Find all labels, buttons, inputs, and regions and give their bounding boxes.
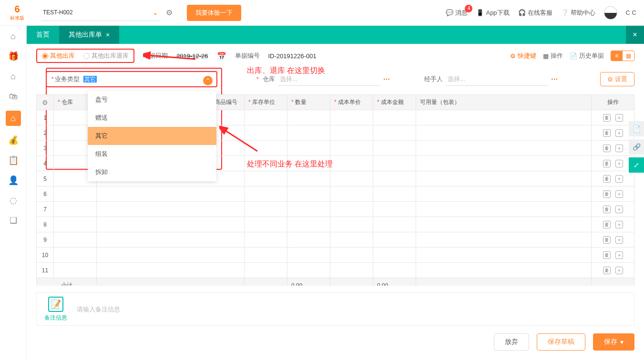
avatar[interactable] [604, 6, 617, 20]
expand-panel-icon[interactable]: ⤢ [629, 157, 644, 173]
delete-icon[interactable]: 🗑 [603, 251, 611, 259]
radio-outbound[interactable]: 其他出库 [42, 52, 75, 60]
doc-no-label: 单据编号 [235, 52, 260, 60]
discard-button[interactable]: 放弃 [494, 333, 529, 351]
calendar-icon[interactable]: 📅 [217, 52, 226, 61]
close-icon[interactable]: × [106, 31, 110, 39]
nav-contact-icon[interactable]: 👤 [8, 175, 19, 186]
close-all-tabs[interactable]: × [626, 26, 644, 44]
more-icon[interactable]: ⋯ [551, 75, 558, 83]
top-header: 6 标准版 TEST-H002 ⌄ ⚙ 我要体验一下 💬 消息 4 📱 App下… [0, 0, 644, 26]
table-row[interactable]: 11🗑＋ [37, 263, 634, 278]
business-type-field[interactable]: * 业务类型 其它 ⌃ [46, 71, 217, 87]
link-panel-icon[interactable]: 🔗 [629, 139, 644, 155]
handler-input[interactable] [446, 72, 548, 86]
outbound-type-radio-group: 其他出库 其他出库退库 [36, 49, 134, 63]
dropdown-item[interactable]: 赠送 [88, 109, 216, 127]
app-download-link[interactable]: 📱 App下载 [476, 9, 509, 17]
table-row[interactable]: 8🗑＋ [37, 217, 634, 232]
warehouse-input[interactable] [278, 72, 380, 86]
delete-icon[interactable]: 🗑 [603, 145, 611, 152]
service-link[interactable]: 🎧 在线客服 [518, 9, 552, 17]
save-button[interactable]: 保存 ▾ [593, 333, 634, 351]
add-row-icon[interactable]: ＋ [615, 251, 623, 259]
table-row[interactable]: 7🗑＋ [37, 202, 634, 217]
history-link[interactable]: 📄历史单据 [570, 52, 604, 60]
add-row-icon[interactable]: ＋ [615, 206, 623, 213]
view-grid-icon[interactable]: ▦ [623, 51, 634, 61]
delete-icon[interactable]: 🗑 [603, 267, 611, 274]
row-index: 9 [37, 232, 54, 248]
dropdown-item[interactable]: 盘亏 [88, 91, 216, 109]
row-index: 7 [37, 202, 54, 217]
phone-icon: 📱 [476, 9, 484, 16]
row-index: 6 [37, 186, 54, 202]
subtotal-qty: 0.00 [287, 278, 330, 286]
table-row[interactable]: 6🗑＋ [37, 186, 634, 202]
operate-link[interactable]: ▦操作 [543, 52, 563, 60]
gear-icon: ⚙ [510, 52, 516, 60]
delete-icon[interactable]: 🗑 [603, 206, 611, 213]
headset-icon: 🎧 [518, 9, 526, 16]
doc-date-value[interactable]: 2019-12-26 [176, 52, 208, 60]
try-button[interactable]: 我要体验一下 [187, 5, 241, 21]
add-row-icon[interactable]: ＋ [615, 267, 623, 274]
delete-icon[interactable]: 🗑 [603, 175, 611, 183]
table-settings-icon[interactable]: ⚙ [37, 95, 54, 110]
dropdown-item[interactable]: 拆卸 [88, 163, 216, 181]
table-row[interactable]: 10🗑＋ [37, 248, 634, 263]
tab-home[interactable]: 首页 [27, 26, 59, 44]
left-sidebar: ⌂ 🎁 ⌂ 🛍 ⌂ 💰 📋 👤 ◌ ❏ [0, 26, 27, 362]
settings-button[interactable]: ⚙设置 [600, 72, 634, 86]
radio-icon [42, 53, 48, 59]
nav-gift-icon[interactable]: 🎁 [8, 51, 19, 62]
view-list-icon[interactable]: ≡ [611, 51, 623, 61]
nav-bag-icon[interactable]: 🛍 [8, 91, 19, 102]
dropdown-item-selected[interactable]: 其它 [88, 127, 216, 145]
help-icon: ❔ [561, 9, 569, 16]
nav-house-icon[interactable]: ⌂ [8, 71, 19, 82]
hotkey-link[interactable]: ⚙快捷键 [510, 52, 536, 60]
delete-icon[interactable]: 🗑 [603, 160, 611, 167]
history-icon: 📄 [570, 52, 577, 60]
dropdown-item[interactable]: 组装 [88, 145, 216, 163]
nav-home-icon[interactable]: ⌂ [8, 31, 19, 42]
chevron-up-icon[interactable]: ⌃ [203, 76, 213, 85]
add-row-icon[interactable]: ＋ [615, 160, 623, 167]
right-mini-sidebar: 📄 🔗 ⤢ [629, 121, 644, 173]
delete-icon[interactable]: 🗑 [603, 190, 611, 198]
user-name: C C [626, 9, 636, 16]
add-row-icon[interactable]: ＋ [615, 190, 623, 198]
save-draft-button[interactable]: 保存草稿 [537, 333, 585, 351]
add-row-icon[interactable]: ＋ [615, 175, 623, 183]
delete-icon[interactable]: 🗑 [603, 236, 611, 244]
messages-link[interactable]: 💬 消息 4 [446, 9, 468, 17]
radio-icon [83, 53, 90, 59]
nav-money-icon[interactable]: 💰 [8, 134, 19, 146]
nav-warehouse-icon[interactable]: ⌂ [6, 111, 21, 126]
tab-other-outbound[interactable]: 其他出库单 × [59, 26, 119, 44]
add-row-icon[interactable]: ＋ [615, 236, 623, 244]
nav-loading-icon[interactable]: ◌ [8, 195, 19, 206]
remark-input[interactable] [77, 306, 626, 313]
delete-icon[interactable]: 🗑 [603, 221, 611, 228]
add-row-icon[interactable]: ＋ [615, 221, 623, 228]
add-row-icon[interactable]: ＋ [615, 114, 623, 122]
gear-icon[interactable]: ⚙ [166, 8, 173, 17]
delete-icon[interactable]: 🗑 [603, 114, 611, 122]
col-available: 可用量（包装） [416, 95, 592, 110]
nav-clipboard-icon[interactable]: 📋 [8, 155, 19, 166]
filter-row: * 业务类型 其它 ⌃ * 仓库 ⋯ 经手人 ⋯ ⚙设置 [27, 68, 644, 91]
help-link[interactable]: ❔ 帮助中心 [561, 9, 595, 17]
add-row-icon[interactable]: ＋ [615, 129, 623, 137]
add-row-icon[interactable]: ＋ [615, 145, 623, 152]
org-select[interactable]: TEST-H002 ⌄ [41, 5, 160, 21]
note-panel-icon[interactable]: 📄 [629, 121, 644, 136]
row-index: 10 [37, 248, 54, 263]
more-icon[interactable]: ⋯ [383, 75, 390, 83]
radio-return[interactable]: 其他出库退库 [83, 52, 129, 60]
table-row[interactable]: 9🗑＋ [37, 232, 634, 248]
nav-new-icon[interactable]: ❏ [8, 215, 19, 226]
delete-icon[interactable]: 🗑 [603, 129, 611, 137]
col-unit-cost: 成本单价 [330, 95, 373, 110]
